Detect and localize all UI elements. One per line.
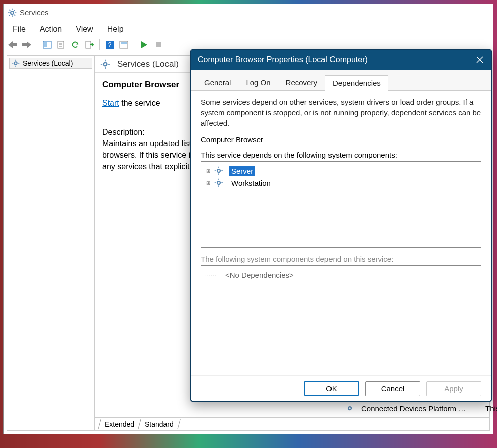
- forward-button[interactable]: [21, 39, 33, 51]
- window-title: Services: [20, 8, 49, 17]
- depended-by-tree[interactable]: ······ <No Dependencies>: [201, 265, 481, 350]
- services-app-icon: [8, 8, 17, 17]
- console-tree: Services (Local): [7, 55, 95, 431]
- back-button[interactable]: [7, 39, 19, 51]
- dialog-title: Computer Browser Properties (Local Compu…: [198, 55, 368, 64]
- gear-icon: [214, 166, 223, 175]
- svg-point-34: [217, 169, 220, 172]
- no-dependencies-label: <No Dependencies>: [222, 270, 297, 280]
- svg-point-39: [217, 181, 220, 184]
- dialog-service-name: Computer Browser: [201, 135, 481, 144]
- svg-rect-19: [121, 42, 127, 44]
- dots-icon: ······: [205, 272, 219, 278]
- depended-by-label: The following system components depend o…: [201, 255, 481, 263]
- svg-point-0: [11, 11, 14, 14]
- svg-point-21: [14, 62, 17, 64]
- gear-icon: [214, 178, 223, 187]
- export-list-button[interactable]: [83, 39, 95, 51]
- svg-rect-20: [156, 42, 161, 47]
- properties-button[interactable]: [55, 39, 67, 51]
- tab-logon[interactable]: Log On: [238, 75, 278, 90]
- cancel-button[interactable]: Cancel: [365, 381, 420, 396]
- service-row-name: Connected Devices Platform …: [361, 404, 481, 413]
- properties-dialog: Computer Browser Properties (Local Compu…: [190, 49, 492, 402]
- tree-node-workstation[interactable]: ⊞ Workstation: [205, 177, 477, 189]
- menu-action[interactable]: Action: [33, 23, 69, 36]
- show-hide-tree-button[interactable]: [41, 39, 53, 51]
- help-button[interactable]: ?: [104, 39, 116, 51]
- no-dependencies-node: ······ <No Dependencies>: [205, 269, 477, 281]
- dialog-button-row: OK Cancel Apply: [191, 375, 491, 401]
- close-icon[interactable]: [475, 55, 484, 64]
- svg-line-8: [14, 10, 15, 11]
- svg-line-6: [14, 14, 15, 15]
- dialog-titlebar[interactable]: Computer Browser Properties (Local Compu…: [191, 50, 491, 70]
- dependencies-info-text: Some services depend on other services, …: [201, 97, 481, 128]
- start-service-button[interactable]: [138, 39, 150, 51]
- start-service-link[interactable]: Start: [102, 99, 119, 107]
- expand-icon[interactable]: ⊞: [205, 168, 211, 174]
- menu-help[interactable]: Help: [100, 23, 131, 36]
- depends-on-tree[interactable]: ⊞ Server ⊞ Workstation: [201, 161, 481, 248]
- gear-icon: [12, 59, 20, 67]
- detail-header-title: Services (Local): [117, 59, 179, 69]
- toolbar-separator: [37, 39, 37, 50]
- svg-line-5: [9, 10, 10, 11]
- toolbar-separator: [99, 39, 100, 50]
- gear-icon: [345, 404, 354, 413]
- view-tabs: Extended Standard: [95, 417, 489, 430]
- menu-file[interactable]: File: [6, 23, 33, 36]
- tab-dependencies[interactable]: Dependencies: [325, 75, 388, 91]
- gear-icon: [100, 59, 110, 69]
- stop-service-button[interactable]: [152, 39, 164, 51]
- console-button[interactable]: [118, 39, 130, 51]
- tab-general[interactable]: General: [197, 75, 238, 90]
- ok-button[interactable]: OK: [304, 381, 359, 396]
- svg-text:?: ?: [108, 41, 112, 48]
- dialog-body: Some services depend on other services, …: [191, 91, 491, 375]
- service-row-desc: This service i…: [485, 404, 497, 413]
- tab-extended[interactable]: Extended: [98, 419, 141, 429]
- tree-node-label: Workstation: [229, 178, 273, 188]
- svg-point-31: [348, 407, 351, 410]
- menu-view[interactable]: View: [69, 23, 100, 36]
- tab-recovery[interactable]: Recovery: [278, 75, 325, 90]
- depends-on-label: This service depends on the following sy…: [201, 151, 481, 159]
- titlebar: Services: [4, 4, 493, 21]
- tree-node-label: Server: [229, 166, 255, 176]
- tree-root-services-local[interactable]: Services (Local): [9, 58, 92, 69]
- svg-line-7: [9, 14, 10, 15]
- menubar: File Action View Help: [4, 21, 493, 37]
- dialog-tabstrip: General Log On Recovery Dependencies: [191, 70, 491, 91]
- tab-standard[interactable]: Standard: [138, 419, 180, 429]
- svg-rect-10: [44, 42, 47, 47]
- start-service-suffix: the service: [119, 99, 160, 107]
- tree-node-server[interactable]: ⊞ Server: [205, 165, 477, 177]
- expand-icon[interactable]: ⊞: [205, 180, 211, 186]
- svg-point-26: [104, 62, 107, 66]
- tree-root-label: Services (Local): [23, 59, 73, 67]
- toolbar-separator: [134, 39, 134, 50]
- refresh-button[interactable]: [69, 39, 81, 51]
- service-list-row[interactable]: Connected Devices Platform … This servic…: [345, 402, 497, 414]
- apply-button[interactable]: Apply: [426, 381, 481, 396]
